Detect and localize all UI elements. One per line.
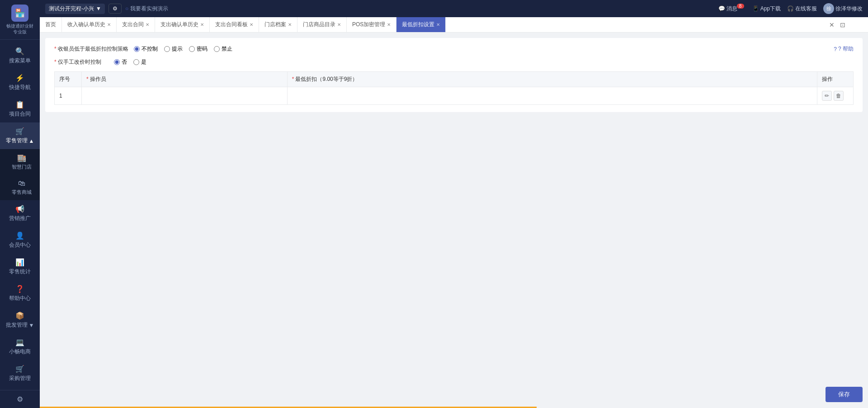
question-icon: ? [834,46,837,52]
sidebar-logo: 🏪 畅捷通好业财 专业版 [0,0,40,40]
sidebar-item-wholesale[interactable]: 📦 批发管理 ▼ [0,307,40,333]
sidebar-item-ecommerce[interactable]: 💻 小畅电商 [0,333,40,360]
manual-price-row: *仅手工改价时控制 否 是 [54,58,854,66]
lightning-icon: ⚡ [15,74,24,82]
tabbar: 首页 收入确认单历史 ✕ 支出合同 ✕ 支出确认单历史 ✕ 支出合同看板 ✕ 门… [40,17,868,33]
tab-pos-password[interactable]: POS加密管理 ✕ [347,17,396,32]
cell-seq: 1 [55,87,82,105]
radio-no-control[interactable]: 不控制 [134,45,158,53]
tab-store-file-label: 门店档案 [264,21,286,28]
topbar-settings-btn[interactable]: ⚙ [108,4,122,14]
tab-pos-password-close[interactable]: ✕ [387,22,391,27]
store-icon: 🏬 [17,154,26,162]
chevron-up-icon: ▲ [29,138,34,144]
tab-payment-contract[interactable]: 支出合同 ✕ [117,17,155,32]
topbar-right: 💬 消息 8 📱 App下载 🎧 在线客服 徐 徐泽华修改 [718,3,863,14]
download-icon: 📱 [752,5,759,12]
col-min-discount: *最低折扣（9.00等于9折） [287,72,817,87]
save-button[interactable]: 保存 [826,387,863,402]
avatar: 徐 [823,3,834,14]
row-delete-btn[interactable]: 🗑 [834,91,844,101]
sidebar-item-retail-mall[interactable]: 🛍 零售商城 [0,175,40,200]
tab-store-product-label: 门店商品目录 [303,21,335,28]
online-service-btn[interactable]: 🎧 在线客服 [787,5,817,13]
manual-price-radio-group: 否 是 [114,58,146,66]
radio-password[interactable]: 密码 [189,45,208,53]
wholesale-icon: 📦 [15,311,24,320]
sidebar: 🏪 畅捷通好业财 专业版 🔍 搜索菜单 ⚡ 快捷导航 📋 项目合同 🛒 零售管理… [0,0,40,408]
sidebar-item-marketing[interactable]: 📢 营销推广 [0,200,40,227]
help-icon: ❓ [15,285,24,293]
sidebar-item-inventory[interactable]: 📦 库存核算 [0,387,40,390]
tab-payment-contract-close[interactable]: ✕ [146,22,149,27]
logo-icon: 🏪 [11,5,28,22]
tab-payment-confirm[interactable]: 支出确认单历史 ✕ [155,17,210,32]
sidebar-item-smart-store[interactable]: 🏬 智慧门店 [0,149,40,175]
tabbar-actions: ✕ ⊡ [825,20,850,29]
sidebar-item-purchase[interactable]: 🛒 采购管理 [0,360,40,387]
min-discount-card: *收银员低于最低折扣控制策略 不控制 提示 密码 [45,38,863,112]
tab-payment-board-close[interactable]: ✕ [250,22,253,27]
tab-pos-password-label: POS加密管理 [352,21,385,28]
sidebar-bottom: ⚙ [0,390,40,408]
chart-icon: 📊 [15,258,24,267]
topbar: 测试分开完程-小兴 ▼ ⚙ ○ 我要看实例演示 💬 消息 8 📱 App下载 🎧… [40,0,868,17]
radio-forbid[interactable]: 禁止 [214,45,232,53]
tab-min-discount-label: 最低折扣设置 [402,21,434,28]
tab-home[interactable]: 首页 [40,17,62,32]
gear-icon: ⚙ [113,5,118,12]
tab-min-discount-close[interactable]: ✕ [436,22,440,27]
message-btn[interactable]: 💬 消息 8 [718,5,746,13]
tab-store-file-close[interactable]: ✕ [288,22,292,27]
project-dropdown-icon: ▼ [96,5,101,12]
cell-min-discount [287,87,817,105]
sidebar-item-member[interactable]: 👤 会员中心 [0,227,40,253]
marketing-icon: 📢 [15,205,24,213]
chevron-down-icon: ▼ [29,322,34,328]
message-icon: 💬 [718,5,725,12]
discount-policy-radio-group: 不控制 提示 密码 禁止 [134,45,232,53]
tab-payment-confirm-label: 支出确认单历史 [160,21,198,28]
col-seq: 序号 [55,72,82,87]
table-row: 1 ✏ 🗑 [55,87,854,105]
play-circle-icon: ○ [125,5,128,12]
sidebar-item-search[interactable]: 🔍 搜索菜单 [0,42,40,69]
sidebar-item-retail-stat[interactable]: 📊 零售统计 [0,253,40,280]
topbar-demo-btn[interactable]: ○ 我要看实例演示 [125,5,168,13]
content-area: *收银员低于最低折扣控制策略 不控制 提示 密码 [40,33,868,382]
tab-store-file[interactable]: 门店档案 ✕ [259,17,297,32]
row-edit-btn[interactable]: ✏ [822,91,832,101]
sidebar-item-help[interactable]: ❓ 帮助中心 [0,280,40,307]
cell-operator [82,87,288,105]
radio-manual-yes[interactable]: 是 [133,58,146,66]
tab-store-product[interactable]: 门店商品目录 ✕ [297,17,347,32]
tab-payment-board-label: 支出合同看板 [215,21,248,28]
cell-actions: ✏ 🗑 [817,87,854,105]
sidebar-item-retail[interactable]: 🛒 零售管理 ▲ [0,122,40,149]
tab-payment-contract-label: 支出合同 [122,21,144,28]
radio-remind[interactable]: 提示 [164,45,183,53]
tab-payment-confirm-close[interactable]: ✕ [200,22,204,27]
tab-close-all-btn[interactable]: ✕ [827,20,836,29]
tab-payment-board[interactable]: 支出合同看板 ✕ [210,17,259,32]
tab-min-discount[interactable]: 最低折扣设置 ✕ [396,17,446,32]
col-actions: 操作 [817,72,854,87]
operator-discount-table: 序号 *操作员 *最低折扣（9.00等于9折） 操作 1 [54,71,854,105]
tab-income-confirm-close[interactable]: ✕ [107,22,111,27]
help-link[interactable]: ? ? 帮助 [834,45,854,53]
settings-gear-icon[interactable]: ⚙ [17,395,23,403]
tab-maximize-btn[interactable]: ⊡ [838,20,847,29]
tab-income-confirm[interactable]: 收入确认单历史 ✕ [62,17,117,32]
tab-store-product-close[interactable]: ✕ [337,22,341,27]
search-icon: 🔍 [15,47,24,56]
user-profile-btn[interactable]: 徐 徐泽华修改 [823,3,863,14]
member-icon: 👤 [15,231,24,240]
sidebar-item-shortcut[interactable]: ⚡ 快捷导航 [0,69,40,96]
sidebar-item-project[interactable]: 📋 项目合同 [0,96,40,122]
message-badge: 8 [737,4,744,9]
app-download-btn[interactable]: 📱 App下载 [752,5,781,13]
topbar-project-selector[interactable]: 测试分开完程-小兴 ▼ [45,4,105,14]
discount-policy-row: *收银员低于最低折扣控制策略 不控制 提示 密码 [54,45,854,53]
radio-manual-no[interactable]: 否 [114,58,127,66]
ecommerce-icon: 💻 [15,338,24,347]
